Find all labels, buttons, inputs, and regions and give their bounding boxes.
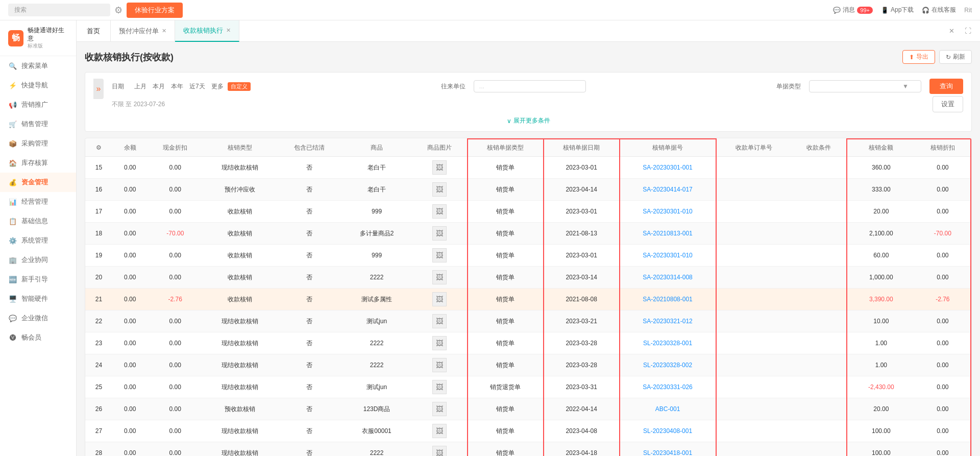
app-download-area[interactable]: 📱 App下载 [881,6,914,14]
query-button[interactable]: 查询 [929,79,963,94]
receipt-no-link[interactable]: SL-20230408-001 [643,427,692,435]
from-unit-input[interactable]: ... [474,80,586,92]
sidebar-item-finance[interactable]: 💰 资金管理 [0,173,76,192]
receipt-no-link[interactable]: SA-20230321-012 [643,318,692,325]
cell-product: 多计量商品2 [341,223,411,245]
tab-receipt-close[interactable]: ✕ [226,27,231,34]
receipt-no-link[interactable]: SA-20230301-010 [643,252,692,259]
cell-product-img: 🖼 [412,245,468,267]
sidebar-item-marketing[interactable]: 📢 营销推广 [0,95,76,114]
search-icon: 🔍 [8,62,17,70]
product-image: 🖼 [432,402,447,416]
cell-product-img: 🖼 [412,376,468,398]
sidebar-item-quick[interactable]: ⚡ 快捷导航 [0,76,76,95]
cell-product: 2222 [341,267,411,289]
receipt-no-link[interactable]: SL-20230328-002 [643,362,692,369]
cell-balance: 0.00 [112,157,148,179]
cell-write-off-amt: 3,390.00 [847,289,915,310]
sidebar-item-corp[interactable]: 🏢 企业协同 [0,250,76,270]
filter-collapse-btn[interactable]: » [93,79,104,99]
cell-collect-order [716,289,791,310]
receipt-no-link[interactable]: SA-20230301-010 [643,208,692,215]
receipt-no-link[interactable]: SA-20230314-008 [643,274,692,281]
search-input[interactable]: 搜索 [8,4,110,16]
cell-receipt-date: 2023-04-08 [544,420,620,442]
sidebar-item-system[interactable]: ⚙️ 系统管理 [0,231,76,250]
sidebar-label-system: 系统管理 [21,236,48,245]
sidebar-label-search: 搜索菜单 [21,61,48,70]
cell-write-off-disc: -2.76 [915,289,971,310]
sidebar-item-member[interactable]: 🅥 畅会员 [0,328,76,347]
cell-write-off-amt: 1.00 [847,354,915,376]
table-row: 28 0.00 0.00 现结收款核销 否 2222 🖼 销货单 2023-04… [85,442,971,457]
cell-write-off-disc: 0.00 [915,442,971,457]
filter-date-last-month[interactable]: 上月 [132,81,149,92]
table-row: 18 0.00 -70.00 收款核销 否 多计量商品2 🖼 销货单 2021-… [85,223,971,245]
sidebar-label-wechat: 企业微信 [21,314,48,323]
cell-cash-discount: 0.00 [148,332,203,354]
sidebar-item-basic[interactable]: 📋 基础信息 [0,211,76,231]
col-header-product-img: 商品图片 [412,139,468,157]
tab-prepay-close[interactable]: ✕ [162,28,166,34]
cell-no: 22 [85,310,112,332]
cell-no: 20 [85,267,112,289]
product-image: 🖼 [432,182,447,197]
sidebar-item-wechat[interactable]: 💬 企业微信 [0,308,76,328]
cell-write-off-amt: 360.00 [847,157,915,179]
basic-icon: 📋 [8,218,17,225]
refresh-button[interactable]: ↻ 刷新 [939,50,972,64]
sidebar-item-hardware[interactable]: 🖥️ 智能硬件 [0,289,76,308]
tab-expand-btn[interactable]: ⛶ [960,23,976,39]
sidebar-item-search[interactable]: 🔍 搜索菜单 [0,56,76,76]
cell-receipt-no: SA-20230314-008 [620,267,716,289]
sidebar-item-business[interactable]: 📊 经营管理 [0,192,76,211]
tab-receipt[interactable]: 收款核销执行 ✕ [175,20,239,42]
tab-close-btn[interactable]: ✕ [943,23,960,39]
receipt-no-link[interactable]: SL-20230418-001 [643,449,692,456]
receipt-no-link[interactable]: SA-20210808-001 [643,296,692,303]
industry-button[interactable]: 休验行业方案 [127,3,183,18]
cell-receipt-no: SL-20230328-001 [620,332,716,354]
setting-button[interactable]: 设置 [933,96,963,112]
cell-write-off-type: 现结收款核销 [203,376,277,398]
filter-custom-badge[interactable]: 自定义 [228,82,251,91]
expand-more-button[interactable]: ∨ 展开更多条件 [507,116,550,125]
table-row: 15 0.00 0.00 现结收款核销 否 老白干 🖼 销货单 2023-03-… [85,157,971,179]
table-row: 26 0.00 0.00 预收款核销 否 123D商品 🖼 销货单 2022-0… [85,398,971,420]
hardware-icon: 🖥️ [8,295,17,303]
sidebar-item-guide[interactable]: 🆕 新手引导 [0,270,76,289]
single-type-select[interactable]: ▼ [809,80,921,92]
online-service-area[interactable]: 🎧 在线客服 [922,6,956,14]
filter-date-more[interactable]: 更多 [209,81,226,92]
message-icon-area[interactable]: 💬 消息 99+ [833,6,873,14]
filter-date-7days[interactable]: 近7天 [187,81,207,92]
cell-receipt-no: SL-20230408-001 [620,420,716,442]
sidebar-item-sales[interactable]: 🛒 销售管理 [0,114,76,134]
col-header-setting[interactable]: ⚙ [85,139,112,157]
receipt-no-link[interactable]: SA-20230301-001 [643,164,692,171]
cell-balance: 0.00 [112,245,148,267]
refresh-icon: ↻ [946,54,951,61]
settings-icon[interactable]: ⚙ [114,5,122,16]
filter-date-this-month[interactable]: 本月 [151,81,167,92]
receipt-no-link[interactable]: SA-20210813-001 [643,230,692,237]
tab-home[interactable]: 首页 [77,20,111,42]
receipt-no-link[interactable]: ABC-001 [655,405,680,413]
filter-date-this-year[interactable]: 本年 [169,81,185,92]
cell-product: 2222 [341,332,411,354]
export-icon: ⬆ [909,54,914,61]
logo-icon: 畅 [8,30,23,46]
receipt-no-link[interactable]: SA-20230414-017 [643,186,692,193]
cell-receipt-date: 2021-08-08 [544,289,620,310]
tab-prepay[interactable]: 预付冲应付单 ✕ [111,20,175,42]
tab-receipt-label: 收款核销执行 [183,26,223,35]
cell-no: 16 [85,179,112,201]
receipt-no-link[interactable]: SL-20230328-001 [643,340,692,347]
cell-product: 999 [341,201,411,223]
sidebar-item-purchase[interactable]: 📦 采购管理 [0,134,76,153]
export-button[interactable]: ⬆ 导出 [902,50,935,64]
page-header: 收款核销执行(按收款) ⬆ 导出 ↻ 刷新 [85,50,972,64]
sidebar-item-inventory[interactable]: 🏠 库存核算 [0,153,76,173]
wechat-icon: 💬 [8,315,17,322]
receipt-no-link[interactable]: SA-20230331-026 [643,383,692,391]
